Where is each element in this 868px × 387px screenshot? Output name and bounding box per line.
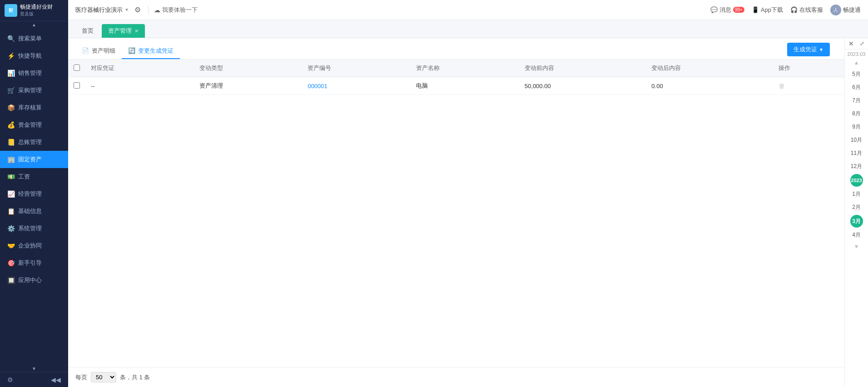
right-panel-header: ✕ ⤢ [845, 38, 868, 50]
inner-tab-icon-change-voucher: 🔄 [128, 47, 135, 54]
month-item[interactable]: 12月 [845, 160, 868, 173]
avatar: 人 [830, 5, 841, 15]
sidebar-logo: 财 畅捷通好业财 普及版 [0, 0, 68, 21]
row-checkbox-0[interactable] [74, 82, 80, 89]
tab-asset-management[interactable]: 资产管理✕ [102, 24, 145, 38]
sidebar-item-ledger[interactable]: 📒 总账管理 [0, 134, 68, 151]
sidebar-item-enterprise[interactable]: 🤝 企业协同 [0, 237, 68, 254]
sidebar-scroll-up[interactable]: ▲ [0, 21, 68, 28]
topbar-right: 💬 消息 99+ 📱 App下载 🎧 在线客服 人 畅捷通 [710, 5, 861, 15]
month-item[interactable]: 5月 [845, 68, 868, 81]
sidebar-item-operations[interactable]: 📈 经营管理 [0, 185, 68, 203]
tab-home[interactable]: 首页 [75, 24, 100, 38]
sidebar-item-basics[interactable]: 📋 基础信息 [0, 203, 68, 220]
sidebar-item-purchase[interactable]: 🛒 采购管理 [0, 82, 68, 99]
select-all-checkbox[interactable] [74, 64, 80, 71]
sidebar-item-fixed-assets[interactable]: 🏢 固定资产 [0, 151, 68, 168]
settings-gear-icon[interactable]: ⚙ [134, 5, 141, 14]
tab-close-asset-management[interactable]: ✕ [134, 28, 139, 34]
app-download-button[interactable]: 📱 App下载 [752, 6, 783, 14]
cloud-icon: ☁ [154, 6, 160, 14]
row-asset-code-0: 000001 [302, 77, 411, 95]
month-item[interactable]: 8月 [845, 107, 868, 120]
month-item[interactable]: 4月 [845, 228, 868, 242]
sidebar-item-inventory[interactable]: 📦 库存核算 [0, 99, 68, 116]
month-item[interactable]: 7月 [845, 94, 868, 107]
sidebar-icon-enterprise: 🤝 [7, 242, 15, 249]
month-item[interactable]: 3月 [850, 215, 863, 228]
tabbar: 首页资产管理✕ [68, 20, 868, 38]
col-header-checkbox [68, 60, 85, 77]
sidebar-label-finance: 资金管理 [18, 121, 42, 129]
sidebar-icon-inventory: 📦 [7, 104, 15, 111]
inner-tab-label-change-voucher: 变更生成凭证 [138, 47, 174, 55]
messages-button[interactable]: 💬 消息 99+ [710, 6, 744, 14]
row-change-type-0: 资产清理 [194, 77, 303, 95]
month-item[interactable]: 6月 [845, 81, 868, 94]
sidebar-label-basics: 基础信息 [18, 207, 42, 215]
inner-tab-change-voucher[interactable]: 🔄 变更生成凭证 [122, 44, 180, 59]
month-item[interactable]: 11月 [845, 147, 868, 160]
sidebar-icon-fixed-assets: 🏢 [7, 156, 15, 163]
right-panel-close-icon[interactable]: ✕ [848, 40, 854, 47]
generate-arrow-icon: ▼ [819, 47, 823, 52]
generate-voucher-button[interactable]: 生成凭证 ▼ [787, 43, 830, 56]
sidebar-icon-finance: 💰 [7, 121, 15, 129]
month-item[interactable]: 1月 [845, 188, 868, 201]
app-logo-icon: 财 [5, 4, 17, 17]
sidebar-item-sales[interactable]: 📊 销售管理 [0, 64, 68, 82]
page-size-select[interactable]: 102050100 [91, 372, 116, 382]
trial-button[interactable]: ☁ 我要体验一下 [154, 6, 198, 14]
sidebar-label-salary: 工资 [18, 173, 30, 181]
sidebar-item-search[interactable]: 🔍 搜索菜单 [0, 30, 68, 47]
sidebar-icon-basics: 📋 [7, 208, 15, 215]
year-2023-badge[interactable]: 2023 [850, 174, 863, 187]
sidebar-item-app-center[interactable]: 🔲 应用中心 [0, 272, 68, 289]
collapse-icon[interactable]: ◀◀ [51, 376, 61, 383]
sidebar-scroll-down[interactable]: ▼ [0, 365, 68, 372]
user-menu[interactable]: 人 畅捷通 [830, 5, 861, 15]
sidebar-label-quick-nav: 快捷导航 [18, 52, 42, 60]
col-header-after-change: 变动后内容 [646, 60, 773, 77]
tab-label-home: 首页 [82, 27, 94, 34]
inner-tab-asset-list[interactable]: 📄 资产明细 [75, 44, 122, 59]
month-item[interactable]: 9月 [845, 120, 868, 134]
sidebar-item-quick-nav[interactable]: ⚡ 快捷导航 [0, 47, 68, 64]
row-before-change-0: 50,000.00 [519, 77, 646, 95]
company-selector[interactable]: 医疗器械行业演示 ▼ [75, 6, 129, 14]
right-panel-up-arrow[interactable]: ▲ [852, 58, 861, 68]
service-icon: 🎧 [790, 6, 798, 13]
settings-icon[interactable]: ⚙ [7, 376, 13, 383]
sidebar-item-salary[interactable]: 💵 工资 [0, 168, 68, 185]
right-panel-expand-icon[interactable]: ⤢ [860, 40, 864, 47]
right-panel-scroll: 2023.03▲5月6月7月8月9月10月11月12月20231月2月3月4月▼ [845, 50, 868, 252]
sidebar-label-ledger: 总账管理 [18, 138, 42, 146]
sidebar-label-system: 系统管理 [18, 224, 42, 233]
sidebar-icon-quick-nav: ⚡ [7, 52, 15, 60]
topbar-divider [148, 5, 149, 15]
inner-tab-label-asset-list: 资产明细 [92, 47, 115, 55]
row-after-change-0: 0.00 [646, 77, 773, 95]
data-table: 对应凭证变动类型资产编号资产名称变动前内容变动后内容操作 -- 资产清理 000… [68, 60, 844, 95]
col-header-voucher: 对应凭证 [85, 60, 194, 77]
col-header-operation: 操作 [773, 60, 844, 77]
customer-service-button[interactable]: 🎧 在线客服 [790, 6, 823, 14]
company-arrow-icon: ▼ [124, 7, 129, 12]
delete-icon-0[interactable]: 🗑 [779, 82, 785, 89]
sidebar-label-search: 搜索菜单 [18, 35, 42, 43]
month-item[interactable]: 10月 [845, 134, 868, 147]
sidebar-item-finance[interactable]: 💰 资金管理 [0, 116, 68, 134]
sidebar-footer: ⚙ ◀◀ [0, 372, 68, 387]
inner-tab-icon-asset-list: 📄 [82, 47, 89, 54]
sidebar: 财 畅捷通好业财 普及版 ▲ 🔍 搜索菜单 ⚡ 快捷导航 📊 销售管理 🛒 采购… [0, 0, 68, 387]
month-item[interactable]: 2月 [845, 201, 868, 214]
row-checkbox-cell-0 [68, 77, 85, 95]
row-asset-name-0: 电脑 [411, 77, 519, 95]
app-name: 畅捷通好业财 [20, 4, 53, 11]
right-panel-down-arrow[interactable]: ▼ [852, 242, 861, 252]
per-page-label: 每页 [75, 373, 87, 382]
sidebar-item-system[interactable]: ⚙️ 系统管理 [0, 220, 68, 237]
col-header-asset-code: 资产编号 [302, 60, 411, 77]
sidebar-item-guide[interactable]: 🎯 新手引导 [0, 254, 68, 272]
sidebar-label-purchase: 采购管理 [18, 86, 42, 94]
